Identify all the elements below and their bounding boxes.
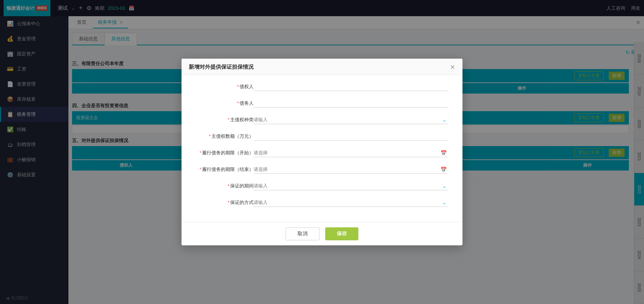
dialog-header: 新增对外提供保证担保情况 ✕ (182, 59, 462, 75)
dialog-overlay: 新增对外提供保证担保情况 ✕ *债权人 *债务人 (0, 0, 644, 304)
label-debtor: *债务人 (196, 100, 254, 106)
form-row-guarantee-method: *保证的方式 ⌄ (196, 198, 448, 207)
required-mark: * (228, 183, 229, 189)
dialog-body: *债权人 *债务人 *主债权种类 (182, 75, 462, 222)
form-row-debtor: *债务人 (196, 99, 448, 108)
dialog-close-btn[interactable]: ✕ (450, 64, 455, 71)
label-period-end: *履行债务的期限（结束） (196, 166, 254, 173)
input-wrap-creditor (254, 82, 448, 91)
select-claim-type[interactable] (254, 115, 448, 124)
select-wrap-period-start: 📅 (254, 149, 448, 157)
label-guarantee-method: *保证的方式 (196, 199, 254, 206)
select-wrap-period-end: 📅 (254, 165, 448, 174)
form-row-period-start: *履行债务的期限（开始） 📅 (196, 149, 448, 157)
select-wrap-guarantee-period: ⌄ (254, 182, 448, 190)
required-mark: * (209, 133, 211, 139)
input-wrap-debtor (254, 99, 448, 108)
label-guarantee-period: *保证的期间 (196, 183, 254, 189)
required-mark: * (237, 100, 239, 106)
form-row-claim-type: *主债权种类 ⌄ (196, 115, 448, 124)
input-period-end[interactable] (254, 165, 448, 174)
dialog: 新增对外提供保证担保情况 ✕ *债权人 *债务人 (182, 59, 462, 245)
input-debtor[interactable] (254, 99, 448, 108)
required-mark: * (200, 150, 201, 155)
label-creditor: *债权人 (196, 83, 254, 90)
save-button[interactable]: 保存 (325, 227, 358, 240)
form-row-period-end: *履行债务的期限（结束） 📅 (196, 165, 448, 174)
label-claim-type: *主债权种类 (196, 117, 254, 123)
input-wrap-claim-amount (254, 132, 448, 141)
dialog-footer: 取消 保存 (182, 222, 462, 245)
label-period-start: *履行债务的期限（开始） (196, 150, 254, 156)
input-claim-amount[interactable] (254, 132, 448, 141)
form-row-guarantee-period: *保证的期间 ⌄ (196, 182, 448, 190)
input-creditor[interactable] (254, 82, 448, 91)
required-mark: * (237, 84, 239, 89)
input-period-start[interactable] (254, 149, 448, 157)
form-row-creditor: *债权人 (196, 82, 448, 91)
dialog-title: 新增对外提供保证担保情况 (189, 64, 254, 71)
required-mark: * (228, 117, 229, 122)
required-mark: * (200, 167, 201, 172)
label-claim-amount: *主债权数额（万元） (196, 133, 254, 140)
cancel-button[interactable]: 取消 (286, 227, 319, 240)
select-guarantee-method[interactable] (254, 198, 448, 207)
form-row-claim-amount: *主债权数额（万元） (196, 132, 448, 141)
required-mark: * (228, 200, 229, 205)
select-guarantee-period[interactable] (254, 182, 448, 190)
select-wrap-guarantee-method: ⌄ (254, 198, 448, 207)
select-wrap-claim-type: ⌄ (254, 115, 448, 124)
